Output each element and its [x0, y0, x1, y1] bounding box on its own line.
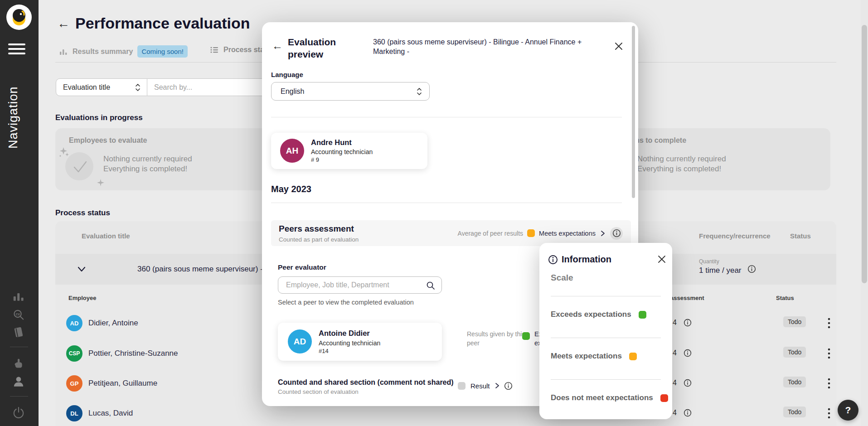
modal-back-button[interactable]: ← — [272, 39, 283, 52]
employee-name: Andre Hunt — [311, 138, 352, 147]
row-info-icon[interactable] — [684, 349, 692, 357]
employee-name: Lucas, David — [88, 409, 133, 418]
avatar: AD — [288, 329, 312, 353]
kebab-menu-icon[interactable] — [827, 378, 831, 389]
card-title: Employees to evaluate — [69, 136, 147, 145]
power-icon — [12, 406, 25, 419]
chevron-down-icon[interactable] — [77, 266, 86, 273]
help-button[interactable]: ? — [838, 400, 858, 421]
scale-item-does-not-meet: Does not meet expectations — [551, 393, 668, 402]
row-info-icon[interactable] — [684, 319, 692, 327]
sidebar-nav-label: Navigation — [6, 63, 20, 149]
scale-item-label: Exceeds expectations — [551, 310, 631, 319]
col-employee: Employee — [68, 295, 96, 301]
person-icon — [12, 375, 25, 388]
section-subtitle: Counted as part of evaluation — [279, 236, 359, 243]
row-info-icon[interactable] — [684, 379, 692, 387]
avatar: AD — [66, 315, 82, 331]
scale-item-label: Meets expectations — [551, 352, 622, 361]
tab-label: Results summary — [73, 48, 133, 56]
employee-number: # 9 — [311, 156, 319, 163]
peers-info-icon[interactable] — [610, 227, 623, 240]
assessment-count: 4 — [673, 319, 677, 327]
col-status: Status — [790, 232, 811, 240]
kebab-menu-icon[interactable] — [827, 348, 831, 359]
divider — [551, 296, 661, 296]
peer-search — [278, 276, 442, 294]
peer-job-title: Accounting technician — [319, 339, 380, 347]
svg-text:cv: cv — [16, 312, 20, 316]
peer-name: Antoine Didier — [319, 329, 370, 338]
chevron-right-icon[interactable] — [494, 382, 500, 389]
divider — [551, 379, 661, 380]
shared-section-subtitle: Counted section of evaluation — [278, 388, 359, 395]
employee-name: Didier, Antoine — [88, 319, 138, 328]
popover-title: Information — [562, 254, 611, 265]
book-icon — [12, 326, 25, 339]
avatar: DL — [66, 405, 82, 421]
result-info-icon[interactable] — [504, 382, 513, 390]
sidebar-item-handbook[interactable] — [12, 326, 26, 339]
search-icon — [426, 281, 435, 290]
assessment-count: 4 — [673, 409, 677, 417]
peers-assessment-section: Peers assessment Counted as part of eval… — [271, 220, 631, 246]
back-button[interactable]: ← — [57, 16, 70, 31]
sparkle-icon — [97, 179, 104, 186]
chevron-right-icon[interactable] — [600, 230, 606, 237]
status-badge: Todo — [783, 316, 806, 327]
menu-hamburger-icon[interactable] — [8, 44, 25, 57]
app-logo[interactable] — [6, 4, 32, 30]
divider — [271, 117, 622, 117]
sidebar-item-cv-search[interactable]: cv — [12, 309, 26, 322]
kebab-menu-icon[interactable] — [827, 407, 831, 419]
average-value: Meets expectations — [539, 230, 596, 237]
logo-icon — [6, 4, 32, 30]
employee-name: Pottier, Christine-Suzanne — [88, 349, 178, 358]
cv-search-icon: cv — [12, 309, 25, 321]
empty-state-line1: Nothing currently required — [103, 155, 192, 164]
bar-chart-icon — [12, 290, 25, 303]
scale-item-exceeds: Exceeds expectations — [551, 310, 646, 319]
frequency-info-icon[interactable] — [747, 265, 756, 273]
sparkles-icon — [59, 147, 71, 161]
col-status: Status — [776, 295, 794, 301]
scale-label: Scale — [551, 273, 573, 283]
evaluated-employee-card[interactable]: AH Andre Hunt Accounting technician # 9 — [271, 133, 427, 169]
average-color-square — [527, 229, 535, 237]
selected-field: Evaluation title — [63, 83, 110, 92]
page-scrollbar[interactable] — [861, 0, 868, 426]
peer-search-hint: Select a peer to view the completed eval… — [278, 299, 414, 306]
modal-close-icon[interactable] — [614, 41, 624, 51]
peer-search-input[interactable] — [278, 277, 423, 293]
page-title: Performance evaluation — [75, 15, 250, 32]
sidebar-divider — [10, 396, 28, 397]
page-scrollbar-thumb[interactable] — [862, 25, 867, 283]
language-select[interactable]: English — [271, 82, 430, 101]
scale-color-square — [629, 353, 637, 360]
scale-color-square — [660, 394, 668, 402]
avatar: AH — [280, 139, 304, 163]
status-badge: Todo — [783, 407, 806, 417]
col-evaluation-title: Evaluation title — [82, 232, 130, 240]
employee-name: Petitjean, Guillaume — [88, 379, 157, 388]
row-info-icon[interactable] — [684, 409, 692, 417]
shared-section-title: Counted and shared section (comment not … — [278, 378, 454, 387]
search-field-selector[interactable]: Evaluation title — [56, 78, 147, 96]
modal-scrollbar[interactable] — [632, 26, 635, 198]
divider — [551, 338, 661, 338]
tab-results-summary[interactable]: Results summary Coming soon! — [59, 45, 188, 58]
employee-job-title: Accounting technician — [311, 148, 373, 155]
kebab-menu-icon[interactable] — [827, 317, 831, 329]
sidebar-item-profile[interactable] — [12, 375, 26, 389]
sidebar-item-reports[interactable] — [12, 290, 26, 304]
language-label: Language — [271, 71, 303, 78]
sidebar-item-logout[interactable] — [12, 406, 26, 420]
average-label: Average of peer results — [458, 230, 524, 237]
sidebar-item-requests[interactable] — [12, 357, 26, 371]
empty-state-line1: Nothing currently required — [637, 155, 726, 164]
peer-evaluator-card[interactable]: AD Antoine Didier Accounting technician … — [278, 323, 442, 361]
list-icon — [210, 45, 219, 54]
divider — [271, 203, 622, 203]
bar-chart-icon — [59, 47, 68, 56]
popover-close-icon[interactable] — [657, 255, 666, 264]
